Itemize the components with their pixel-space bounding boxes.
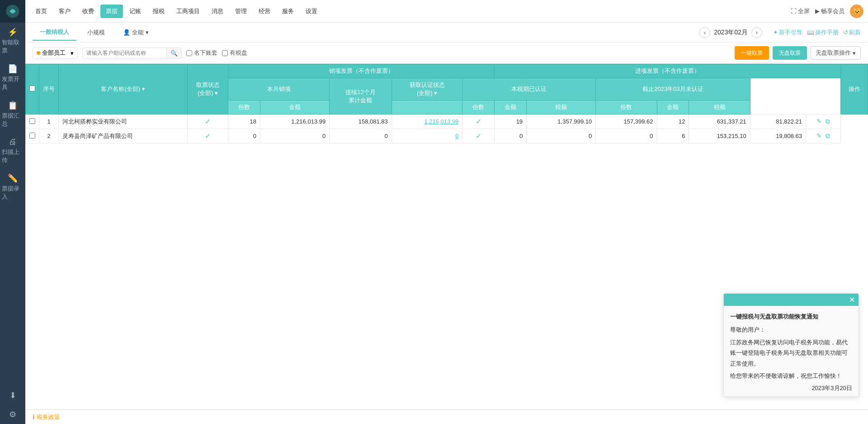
row-checkbox[interactable]	[26, 114, 39, 129]
month-label: 2023年02月	[714, 29, 748, 37]
tab-general[interactable]: 一般纳税人	[33, 24, 76, 41]
bottom-bar: ℹ 税务政策	[25, 410, 868, 424]
member-btn[interactable]: ▶ 畅享会员	[815, 7, 844, 15]
edit-btn[interactable]: ✎	[816, 132, 822, 139]
tab-all[interactable]: 👤 全能 ▾	[116, 25, 156, 40]
row-cert-tax: 0	[596, 129, 657, 143]
row-uncert-amount: 153,215.10	[689, 129, 750, 143]
row-cert-amount: 1,357,999.10	[527, 114, 596, 129]
topnav-billing[interactable]: 收费	[77, 5, 99, 18]
sidebar-item-settings[interactable]: ⚙	[0, 405, 25, 424]
topnav-customer[interactable]: 客户	[53, 5, 76, 18]
col-cert-tax: 税额	[527, 100, 596, 114]
col-confirmed-header: 本税期已认证	[462, 78, 596, 100]
sidebar-item-invoice-summary[interactable]: 📋 票据汇总	[0, 96, 25, 133]
select-all-checkbox[interactable]	[29, 86, 35, 91]
edit-btn[interactable]: ✎	[816, 118, 822, 125]
smart-fetch-icon: ⚡	[8, 27, 18, 37]
prev-month-btn[interactable]: ‹	[699, 27, 710, 38]
name-filter-icon[interactable]: ▾	[142, 86, 145, 92]
invoice-summary-icon: 📋	[8, 100, 18, 110]
row-acc12m[interactable]: 0	[392, 129, 462, 143]
topnav-settings[interactable]: 设置	[300, 5, 323, 18]
checkbox-taxdisk[interactable]: 有税盘	[222, 49, 247, 57]
fullscreen-btn[interactable]: ⛶ 全屏	[791, 7, 810, 15]
topnav-message[interactable]: 消息	[206, 5, 229, 18]
col-sales-header: 销项发票（不含作废票）	[228, 64, 495, 78]
manual-btn[interactable]: 📖 操作手册	[807, 29, 839, 37]
search-button[interactable]: 🔍	[166, 48, 181, 58]
account-checkbox[interactable]	[186, 50, 192, 56]
taxdisk-checkbox[interactable]	[222, 50, 228, 56]
row-ops: ✎ ⧉	[806, 129, 841, 143]
col-month-sales-header: 本月销项	[228, 78, 330, 100]
topnav-right: ⛶ 全屏 ▶ 畅享会员 🐱	[791, 5, 863, 18]
notification-close-btn[interactable]: ✕	[849, 295, 855, 304]
ops-dropdown-icon: ▾	[853, 50, 856, 57]
col-uncert-amount: 金额	[657, 100, 689, 114]
col-name-header: 客户名称(全部) ▾	[59, 64, 188, 114]
topnav: 首页 客户 收费 票据 记账 报税 工商项目 消息 管理 经营 服务 设置 ⛶ …	[25, 0, 868, 23]
sidebar-item-invoice-open[interactable]: 📄 发票开具	[0, 59, 25, 96]
row-uncert-count: 6	[657, 129, 689, 143]
row-sales-count: 0	[228, 129, 260, 143]
table-row: 2 灵寿县尚泽矿产品有限公司 ✓ 0 0 0 0 ✓ 0 0 0 6 153,2…	[26, 129, 868, 143]
new-guide-btn[interactable]: ✦ 新手引导	[773, 29, 802, 37]
row-uncert-amount: 631,337.21	[689, 114, 750, 129]
employee-select[interactable]: 全部员工 ▾	[33, 47, 78, 59]
search-input[interactable]	[83, 48, 166, 58]
col-purchase-header: 进项发票（不含作废票）	[495, 64, 841, 78]
user-avatar[interactable]: 🐱	[850, 5, 863, 18]
col-cert-status2	[392, 100, 462, 114]
tax-policy-btn[interactable]: ℹ 税务政策	[33, 413, 60, 421]
notification-content: 江苏政务网已恢复访问电子税务局功能，易代账一键登陆电子税务局与无盘取票相关功能可…	[730, 337, 852, 369]
sidebar-item-scan-upload[interactable]: 🖨 扫描上传	[0, 133, 25, 169]
employee-dot	[37, 51, 40, 55]
topnav-home[interactable]: 首页	[30, 5, 52, 18]
row-checkbox[interactable]	[26, 129, 39, 143]
notification-greeting: 尊敬的用户：	[730, 324, 852, 335]
sidebar-item-data-entry[interactable]: ✏️ 票据录入	[0, 169, 25, 205]
tab-small[interactable]: 小规模	[80, 25, 112, 40]
sidebar-item-download[interactable]: ⬇	[0, 386, 25, 405]
notification-date: 2023年3月20日	[730, 383, 852, 393]
filter-row: 全部员工 ▾ 🔍 名下账套 有税盘 一键取票 无盘取票 无盘取票操作 ▾	[25, 43, 868, 64]
row-acc12m[interactable]: 1,216,013.99	[392, 114, 462, 129]
refresh-btn[interactable]: ↺ 刷新	[843, 29, 861, 37]
col-sales-count: 份数	[228, 100, 260, 114]
row-sales-amount: 1,216,013.99	[260, 114, 330, 129]
col-no-header: 序号	[39, 64, 59, 114]
topnav-invoice[interactable]: 票据	[100, 5, 123, 18]
col-cert-amount: 金额	[495, 100, 527, 114]
notification-title: 一键报税与无盘取票功能恢复通知	[730, 311, 852, 322]
checkbox-account[interactable]: 名下账套	[186, 49, 217, 57]
user-icon: 👤	[123, 29, 130, 36]
col-unconfirmed-header: 截止2023年03月未认证	[596, 78, 750, 100]
copy-btn[interactable]: ⧉	[826, 132, 830, 139]
col-checkbox-header	[26, 64, 39, 114]
search-box: 🔍	[82, 48, 182, 59]
cert-filter-icon[interactable]: ▾	[434, 90, 437, 96]
row-cert-status: ✓	[462, 114, 495, 129]
invoice-open-icon: 📄	[8, 64, 18, 74]
topnav-service[interactable]: 服务	[277, 5, 299, 18]
topnav-items: 首页 客户 收费 票据 记账 报税 工商项目 消息 管理 经营 服务 设置	[30, 5, 791, 18]
topnav-business[interactable]: 工商项目	[171, 5, 205, 18]
sidebar-item-smart-fetch[interactable]: ⚡ 智能取票	[0, 23, 25, 59]
copy-btn[interactable]: ⧉	[826, 118, 830, 125]
topnav-bookkeeping[interactable]: 记账	[124, 5, 146, 18]
no-disk-ops-btn[interactable]: 无盘取票操作 ▾	[811, 46, 861, 60]
col-ops-header: 操作	[841, 64, 868, 114]
no-disk-btn[interactable]: 无盘取票	[773, 46, 807, 60]
tabs-actions: ✦ 新手引导 📖 操作手册 ↺ 刷新	[773, 29, 861, 37]
next-month-btn[interactable]: ›	[751, 27, 762, 38]
topnav-operation[interactable]: 经营	[253, 5, 276, 18]
topnav-management[interactable]: 管理	[230, 5, 252, 18]
topnav-tax[interactable]: 报税	[147, 5, 170, 18]
one-click-btn[interactable]: 一键取票	[735, 46, 769, 60]
col-cert-count: 份数	[462, 100, 495, 114]
main-table: 序号 客户名称(全部) ▾ 取票状态(全部) ▾ 销项发票（不含作废票） 进项发…	[25, 64, 868, 143]
fetch-filter-icon[interactable]: ▾	[215, 90, 218, 96]
row-uncert-tax: 19,808.63	[750, 129, 806, 143]
row-fetch-status: ✓	[188, 114, 228, 129]
